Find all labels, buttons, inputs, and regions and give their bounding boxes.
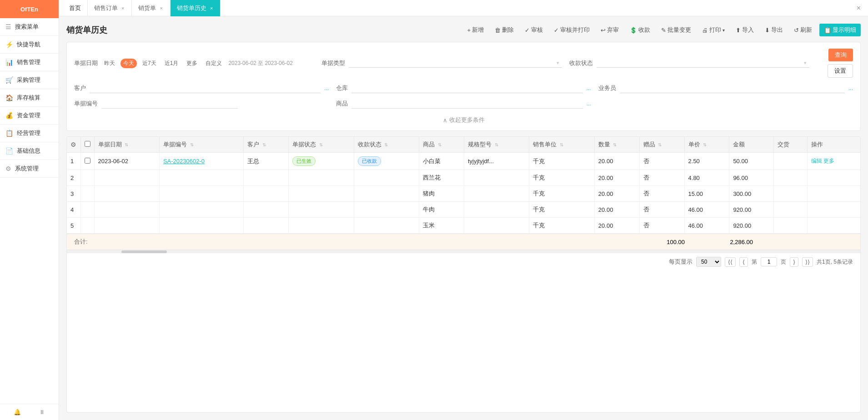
query-button[interactable]: 查询 [828,49,853,61]
tab-sales-history[interactable]: 销货单历史 × [171,0,221,16]
date-tag-today[interactable]: 今天 [120,59,137,68]
add-button[interactable]: + 新增 [463,24,487,36]
print-button[interactable]: 🖨 打印 ▾ [698,24,728,36]
table-settings-icon[interactable]: ⚙ [70,141,76,148]
refresh-button[interactable]: ↺ 刷新 [790,24,816,36]
first-page-btn[interactable]: ⟨⟨ [725,257,736,267]
summary-row: 合计: 100.00 2,286.00 [67,234,860,250]
cell-spec [464,218,529,234]
audit-print-button[interactable]: ✓ 审核并打印 [550,24,593,36]
qty-sort-icon[interactable]: ⇅ [613,142,617,147]
window-close-btn[interactable]: × [857,4,861,12]
tab-sales-order-close[interactable]: × [120,5,125,11]
date-tag-1month[interactable]: 近1月 [162,59,181,68]
cell-doc-date [94,218,159,234]
audit-button[interactable]: ✓ 审核 [521,24,547,36]
gift-sort-icon[interactable]: ⇅ [658,142,662,147]
next-page-btn[interactable]: ⟩ [790,257,798,267]
page-input[interactable] [761,257,777,266]
doc-no-link[interactable]: SA-20230602-0 [163,158,205,165]
doc-no-input[interactable] [101,99,238,109]
customer-ellipsis[interactable]: ... [324,85,329,91]
select-all-checkbox[interactable] [85,141,90,147]
collapse-button[interactable]: ∧ 收起更多条件 [443,116,485,124]
sidebar-item-quick-nav[interactable]: ⚡ 快捷导航 [0,36,59,54]
payment-status-select[interactable]: ▾ [597,59,809,68]
prev-page-btn[interactable]: ⟨ [739,257,748,267]
date-tag-custom[interactable]: 自定义 [203,59,225,68]
settings-button[interactable]: 设置 [828,64,853,78]
filter-doc-no: 单据编号 [74,99,329,109]
tab-sales-history-close[interactable]: × [209,5,214,11]
show-details-icon: 📋 [824,27,831,34]
unit-sort-icon[interactable]: ⇅ [560,142,563,147]
customer-sort-icon[interactable]: ⇅ [262,142,266,147]
date-tag-7days[interactable]: 近7天 [140,59,159,68]
tab-sales-order-label: 销售订单 [94,4,118,12]
payment-status-arrow: ▾ [804,60,807,66]
date-range: 2023-06-02 至 2023-06-02 [228,60,292,67]
sidebar-item-operations[interactable]: 📋 经营管理 [0,125,59,142]
import-button[interactable]: ⬆ 导入 [732,24,758,36]
filter-payment-status: 收款状态 ▾ [569,59,809,68]
sidebar-item-sales-mgmt[interactable]: 📊 销售管理 [0,54,59,71]
cell-goods: 猪肉 [419,186,464,202]
doc-no-sort-icon[interactable]: ⇅ [190,142,194,147]
price-sort-icon[interactable]: ⇅ [703,142,707,147]
spec-sort-icon[interactable]: ⇅ [495,142,498,147]
sidebar-item-purchase-mgmt[interactable]: 🛒 采购管理 [0,71,59,89]
last-page-btn[interactable]: ⟩⟩ [802,257,813,267]
doc-date-label: 单据日期 [74,59,98,67]
scrollbar-area[interactable] [67,250,860,253]
table-row: 2 西兰花 千克 20.00 否 4.80 96.00 [67,170,860,186]
tab-sales-order[interactable]: 销售订单 × [88,0,132,16]
sidebar-item-label: 搜索菜单 [15,23,39,31]
sidebar-item-inventory[interactable]: 🏠 库存核算 [0,89,59,107]
search-menu-icon: ☰ [5,23,11,30]
cell-doc-status [289,218,354,234]
abandon-button[interactable]: ↩ 弃审 [597,24,622,36]
payment-status-sort-icon[interactable]: ⇅ [384,142,388,147]
goods-sort-icon[interactable]: ⇅ [438,142,442,147]
cell-trade [773,153,807,170]
cell-price: 46.00 [684,202,729,218]
goods-ellipsis[interactable]: ... [587,100,591,107]
cell-payment-status [354,218,419,234]
tab-sales-delivery[interactable]: 销货单 × [132,0,170,16]
batch-change-button[interactable]: ✎ 批量变更 [657,24,695,36]
sidebar-footer-icon2[interactable]: ⏸ [39,409,45,415]
doc-type-select[interactable]: ▾ [349,59,562,68]
tab-home[interactable]: 首页 [63,0,88,16]
row-checkbox[interactable] [85,158,90,164]
delete-button[interactable]: 🗑 删除 [491,24,517,36]
date-tag-more[interactable]: 更多 [184,59,200,68]
export-button[interactable]: ⬇ 导出 [761,24,787,36]
sidebar-item-sys-mgmt[interactable]: ⚙ 系统管理 [0,160,59,178]
warehouse-ellipsis[interactable]: ... [587,85,591,91]
warehouse-input[interactable] [351,83,582,93]
tab-bar: 首页 销售订单 × 销货单 × 销货单历史 × × [59,0,868,16]
op-btn[interactable]: 更多 [823,158,834,164]
sidebar-item-search-menu[interactable]: ☰ 搜索菜单 [0,18,59,36]
goods-input[interactable] [351,99,582,109]
doc-date-sort-icon[interactable]: ⇅ [125,142,128,147]
salesperson-input[interactable] [620,83,845,93]
quick-nav-icon: ⚡ [5,41,13,48]
sidebar-footer-icon1[interactable]: 🔔 [14,409,21,415]
per-page-select[interactable]: 50 100 [696,257,721,267]
date-tag-yesterday[interactable]: 昨天 [101,59,118,68]
doc-status-sort-icon[interactable]: ⇅ [319,142,323,147]
sidebar-item-base-info[interactable]: 📄 基础信息 [0,142,59,160]
cell-doc-no [159,202,243,218]
payment-status-label: 收款状态 [569,59,593,67]
show-details-button[interactable]: 📋 显示明细 [819,24,861,36]
sidebar-header: OfTEn [0,0,59,18]
sidebar-item-finance[interactable]: 💰 资金管理 [0,107,59,125]
op-btn[interactable]: 编辑 [811,158,822,164]
cell-unit: 千克 [529,153,594,170]
receive-button[interactable]: 💲 收款 [626,24,654,36]
customer-input[interactable] [90,83,321,93]
tab-home-label: 首页 [69,4,81,12]
tab-sales-delivery-close[interactable]: × [159,5,163,11]
salesperson-ellipsis[interactable]: ... [848,85,853,91]
